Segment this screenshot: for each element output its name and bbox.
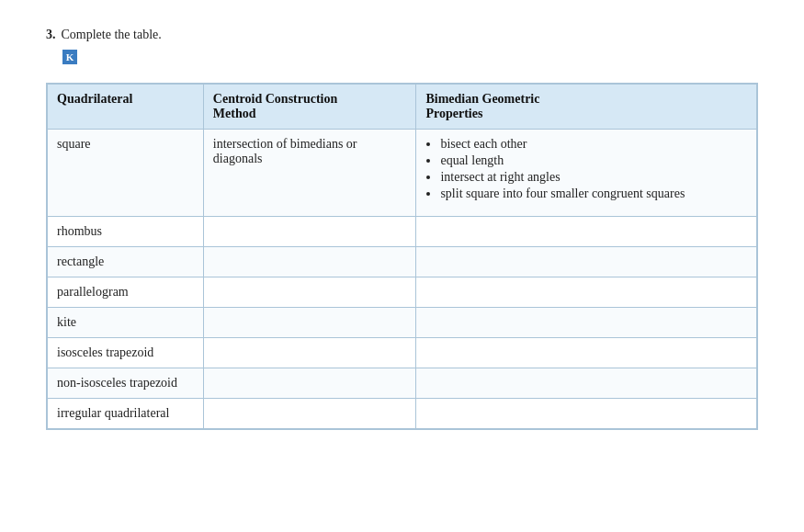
- header-quadrilateral: Quadrilateral: [48, 85, 204, 130]
- cell-quadrilateral: rhombus: [48, 217, 204, 247]
- cell-bimedian: [416, 338, 757, 368]
- quadrilateral-label: parallelogram: [57, 285, 129, 299]
- k-badge: K: [62, 50, 77, 64]
- cell-quadrilateral: parallelogram: [48, 277, 204, 308]
- cell-quadrilateral: kite: [48, 308, 204, 338]
- header-centroid-line2: Method: [213, 107, 256, 120]
- cell-bimedian: [416, 247, 757, 277]
- cell-quadrilateral: irregular quadrilateral: [48, 399, 204, 429]
- cell-bimedian: [416, 368, 757, 399]
- quadrilateral-label: isosceles trapezoid: [57, 345, 153, 359]
- cell-bimedian: [416, 277, 757, 308]
- cell-centroid: [203, 247, 416, 277]
- instruction-text: Complete the table.: [62, 28, 162, 42]
- cell-centroid: [203, 399, 416, 429]
- cell-bimedian: [416, 399, 757, 429]
- table-body: square intersection of bimedians or diag…: [48, 130, 757, 429]
- bullet-item: equal length: [440, 153, 747, 168]
- header-centroid: Centroid Construction Method: [203, 85, 416, 130]
- quadrilateral-label: rectangle: [57, 255, 104, 268]
- cell-centroid: intersection of bimedians or diagonals: [203, 130, 416, 217]
- table-row: kite: [48, 308, 757, 338]
- cell-quadrilateral: rectangle: [48, 247, 204, 277]
- instruction-container: 3. Complete the table. K: [46, 28, 758, 74]
- cell-centroid: [203, 368, 416, 399]
- quadrilateral-label: kite: [57, 315, 76, 329]
- table-row: parallelogram: [48, 277, 757, 308]
- bimedian-bullet-list: bisect each other equal length intersect…: [425, 137, 747, 201]
- instruction-line: 3. Complete the table.: [46, 28, 758, 42]
- quadrilateral-label: non-isosceles trapezoid: [57, 376, 177, 390]
- cell-bimedian: [416, 308, 757, 338]
- header-row: Quadrilateral Centroid Construction Meth…: [48, 85, 757, 130]
- table-row: irregular quadrilateral: [48, 399, 757, 429]
- bullet-item: bisect each other: [440, 137, 747, 152]
- header-centroid-line1: Centroid Construction: [213, 92, 337, 106]
- header-bimedian-line2: Properties: [425, 107, 482, 120]
- cell-quadrilateral: square: [48, 130, 204, 217]
- instruction-number: 3.: [46, 28, 56, 42]
- cell-quadrilateral: non-isosceles trapezoid: [48, 368, 204, 399]
- table-header: Quadrilateral Centroid Construction Meth…: [48, 85, 757, 130]
- header-bimedian: Bimedian Geometric Properties: [416, 85, 757, 130]
- table-row: non-isosceles trapezoid: [48, 368, 757, 399]
- main-table: Quadrilateral Centroid Construction Meth…: [47, 84, 757, 429]
- bullet-item: intersect at right angles: [440, 170, 747, 185]
- bullet-item: split square into four smaller congruent…: [440, 187, 747, 201]
- cell-centroid: [203, 338, 416, 368]
- table-row: rectangle: [48, 247, 757, 277]
- header-bimedian-line1: Bimedian Geometric: [425, 92, 539, 106]
- table-row: rhombus: [48, 217, 757, 247]
- table-row: isosceles trapezoid: [48, 338, 757, 368]
- cell-quadrilateral: isosceles trapezoid: [48, 338, 204, 368]
- cell-centroid: [203, 277, 416, 308]
- quadrilateral-label: irregular quadrilateral: [57, 406, 169, 420]
- cell-centroid: [203, 308, 416, 338]
- quadrilateral-label: rhombus: [57, 224, 102, 238]
- centroid-method-text: intersection of bimedians or diagonals: [213, 137, 357, 165]
- table-wrapper: Quadrilateral Centroid Construction Meth…: [46, 83, 758, 430]
- cell-bimedian: bisect each other equal length intersect…: [416, 130, 757, 217]
- cell-centroid: [203, 217, 416, 247]
- quadrilateral-label: square: [57, 137, 91, 151]
- cell-bimedian: [416, 217, 757, 247]
- table-row: square intersection of bimedians or diag…: [48, 130, 757, 217]
